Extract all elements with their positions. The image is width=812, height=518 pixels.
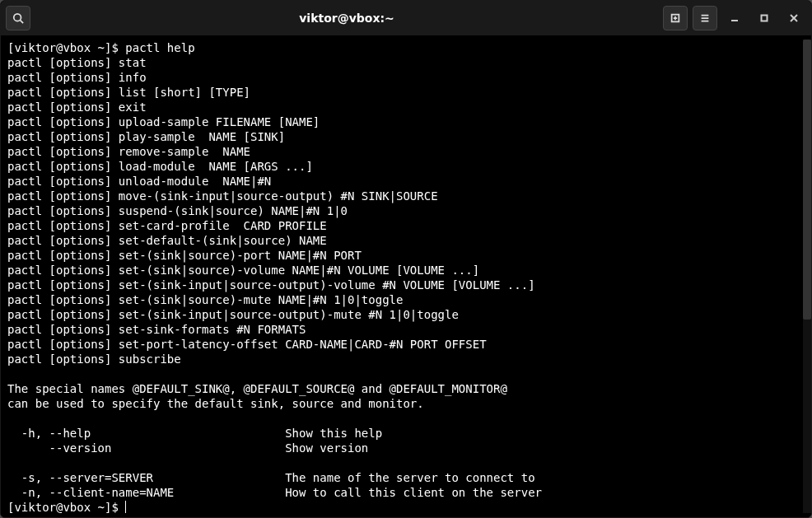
minimize-button[interactable] — [722, 6, 747, 30]
hamburger-icon — [699, 12, 711, 24]
scrollbar-thumb[interactable] — [803, 40, 811, 320]
command-text: pactl help — [125, 41, 194, 54]
maximize-button[interactable] — [752, 6, 777, 30]
search-icon — [12, 12, 24, 24]
titlebar-left — [6, 6, 30, 30]
new-tab-icon — [670, 12, 681, 24]
menu-button[interactable] — [693, 6, 717, 30]
new-tab-button[interactable] — [663, 6, 688, 30]
terminal-window: viktor@vbox:~ — [0, 0, 812, 518]
svg-line-1 — [21, 21, 24, 24]
prompt-text: [viktor@vbox ~]$ — [7, 501, 125, 514]
search-button[interactable] — [6, 6, 30, 30]
cursor — [125, 501, 126, 513]
svg-rect-9 — [762, 16, 768, 21]
scrollbar[interactable] — [803, 40, 811, 513]
window-title: viktor@vbox:~ — [35, 12, 658, 25]
prompt-line-2: [viktor@vbox ~]$ — [7, 501, 125, 514]
titlebar: viktor@vbox:~ — [1, 1, 811, 35]
terminal-content[interactable]: [viktor@vbox ~]$ pactl help pactl [optio… — [1, 35, 811, 517]
minimize-icon — [730, 13, 740, 23]
prompt-line-1: [viktor@vbox ~]$ pactl help — [7, 41, 195, 54]
terminal-output: pactl [options] stat pactl [options] inf… — [7, 56, 542, 499]
prompt-text: [viktor@vbox ~]$ — [7, 41, 125, 54]
titlebar-right — [663, 6, 806, 30]
svg-point-0 — [14, 14, 21, 21]
close-icon — [789, 13, 799, 23]
close-button[interactable] — [782, 6, 806, 30]
maximize-icon — [759, 13, 769, 23]
